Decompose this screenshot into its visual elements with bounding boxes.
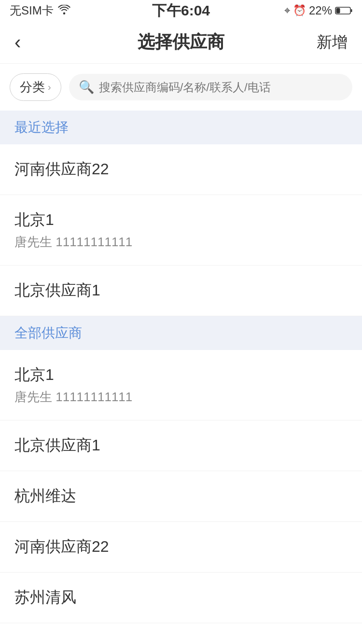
page-title: 选择供应商 xyxy=(53,30,309,54)
status-right: ⌖ ⏰ 22% xyxy=(284,4,352,17)
svg-rect-1 xyxy=(336,8,340,14)
status-bar: 无SIM卡 下午6:04 ⌖ ⏰ 22% xyxy=(0,0,362,21)
all-section-header: 全部供应商 xyxy=(0,316,362,350)
status-time: 下午6:04 xyxy=(152,1,210,21)
item-name: 苏州清风 xyxy=(14,587,348,608)
item-name: 河南供应商22 xyxy=(14,536,348,558)
item-name: 北京供应商1 xyxy=(14,280,348,301)
category-label: 分类 xyxy=(20,79,45,96)
item-name: 北京1 xyxy=(14,364,348,386)
search-input[interactable] xyxy=(99,81,343,94)
item-name: 河南供应商22 xyxy=(14,159,348,180)
svg-rect-2 xyxy=(351,9,352,12)
recent-list: 河南供应商22 北京1 唐先生 11111111111 北京供应商1 xyxy=(0,144,362,316)
search-icon: 🔍 xyxy=(79,80,94,95)
list-item[interactable]: 北京1 唐先生 11111111111 xyxy=(0,195,362,266)
location-icon: ⌖ xyxy=(284,4,290,17)
item-sub: 唐先生 11111111111 xyxy=(14,389,348,406)
alarm-icon: ⏰ xyxy=(293,4,306,17)
recent-section-header: 最近选择 xyxy=(0,111,362,144)
battery-text: 22% xyxy=(309,4,332,17)
all-list: 北京1 唐先生 11111111111 北京供应商1 杭州维达 河南供应商22 … xyxy=(0,350,362,623)
list-item[interactable]: 北京供应商1 xyxy=(0,266,362,316)
item-name: 北京供应商1 xyxy=(14,435,348,456)
add-button[interactable]: 新增 xyxy=(309,32,348,53)
chevron-right-icon: › xyxy=(48,82,51,93)
filter-bar: 分类 › 🔍 xyxy=(0,64,362,111)
item-sub: 唐先生 11111111111 xyxy=(14,234,348,251)
list-item[interactable]: 北京1 唐先生 11111111111 xyxy=(0,350,362,420)
search-box: 🔍 xyxy=(69,74,352,100)
wifi-icon xyxy=(57,4,71,17)
status-left: 无SIM卡 xyxy=(10,3,71,18)
battery-icon xyxy=(335,6,352,15)
nav-bar: ‹ 选择供应商 新增 xyxy=(0,21,362,64)
list-item[interactable]: 河南供应商22 xyxy=(0,522,362,573)
category-button[interactable]: 分类 › xyxy=(10,73,61,101)
back-button[interactable]: ‹ xyxy=(14,31,53,53)
list-item[interactable]: 河南供应商22 xyxy=(0,144,362,195)
item-name: 杭州维达 xyxy=(14,486,348,507)
item-name: 北京1 xyxy=(14,210,348,231)
list-item[interactable]: 苏州清风 xyxy=(0,573,362,623)
carrier-text: 无SIM卡 xyxy=(10,3,54,18)
list-item[interactable]: 杭州维达 xyxy=(0,471,362,522)
list-item[interactable]: 北京供应商1 xyxy=(0,420,362,471)
